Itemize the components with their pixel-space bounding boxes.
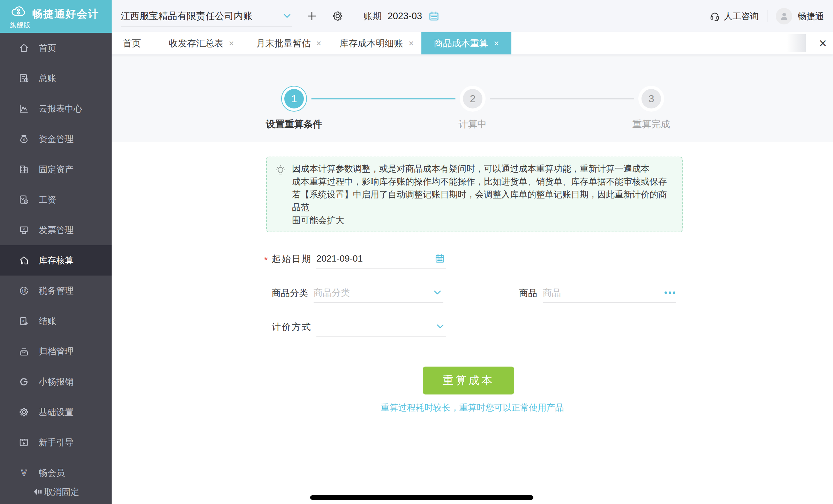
step-number: 2	[463, 89, 482, 108]
start-date-control	[316, 249, 446, 269]
close-all-icon[interactable]: ×	[819, 32, 827, 54]
pricing-method-control	[316, 317, 446, 337]
sidebar-item-label: 首页	[39, 42, 56, 54]
home-indicator	[310, 495, 533, 500]
step-number: 3	[641, 89, 661, 108]
chevron-down-icon[interactable]	[432, 287, 443, 298]
app-title: 畅捷通好会计	[32, 7, 99, 21]
notice-line: 若【系统设置】中启用了自动调整记账日期时，会调整入库单的整单记账日期，因此重新计…	[292, 188, 674, 214]
period-label: 账期	[363, 10, 382, 22]
settings-button[interactable]	[331, 10, 344, 22]
start-date-row: * 起始日期	[264, 249, 446, 269]
close-icon[interactable]: ×	[316, 38, 322, 48]
sidebar-item-guide[interactable]: 新手引导	[0, 427, 112, 458]
sidebar-item-label: 云报表中心	[39, 103, 82, 114]
start-date-input[interactable]	[316, 253, 431, 264]
app-root: 畅捷通好会计 旗舰版 首页 总账 云报表中心 资金管理 固定资产 工资 发票管理…	[0, 0, 833, 504]
sidebar-item-payroll[interactable]: 工资	[0, 185, 112, 215]
tab-label: 首页	[123, 37, 141, 50]
recalc-cost-button[interactable]: 重算成本	[423, 367, 514, 394]
sidebar-item-funds[interactable]: 资金管理	[0, 124, 112, 154]
gear-icon	[18, 406, 30, 418]
close-icon[interactable]: ×	[229, 38, 234, 48]
accounting-period-picker[interactable]: 账期 2023-03	[363, 10, 440, 22]
app-edition-badge: 旗舰版	[10, 21, 31, 30]
collapse-pin-icon	[32, 487, 43, 497]
divider	[767, 10, 767, 22]
sidebar-item-label: 结账	[39, 315, 56, 327]
sidebar-item-fixed-assets[interactable]: 固定资产	[0, 154, 112, 185]
chevron-down-icon	[282, 11, 292, 21]
headset-icon	[709, 10, 720, 22]
product-control	[543, 283, 676, 303]
recalc-note: 重算过程耗时较长，重算时您可以正常使用产品	[112, 402, 833, 413]
tab-bar: 首页 收发存汇总表× 月末批量暂估× 库存成本明细账× 商品成本重算× ×	[112, 32, 833, 54]
calendar-icon[interactable]	[434, 253, 445, 264]
tab-label: 商品成本重算	[434, 37, 488, 50]
sidebar-item-label: 发票管理	[39, 224, 74, 236]
sidebar-item-tax[interactable]: 税务管理	[0, 276, 112, 306]
tab-inventory-cost-detail[interactable]: 库存成本明细账×	[339, 32, 414, 54]
sidebar-item-label: 归档管理	[39, 346, 74, 357]
start-date-label: 起始日期	[272, 253, 311, 265]
step-connector-active	[311, 98, 456, 99]
tab-home[interactable]: 首页	[123, 32, 141, 54]
gear-icon	[331, 10, 344, 22]
company-name: 江西服宝精品有限责任公司内账	[121, 10, 253, 22]
warehouse-icon	[18, 255, 30, 266]
sidebar: 畅捷通好会计 旗舰版 首页 总账 云报表中心 资金管理 固定资产 工资 发票管理…	[0, 0, 112, 504]
closing-icon	[18, 315, 30, 327]
person-icon	[779, 11, 789, 21]
tab-inout-summary[interactable]: 收发存汇总表×	[169, 32, 234, 54]
sidebar-item-archive[interactable]: 归档管理	[0, 336, 112, 367]
sidebar-item-closing[interactable]: 结账	[0, 306, 112, 336]
required-marker: *	[264, 252, 272, 266]
chevron-down-icon[interactable]	[435, 321, 445, 332]
unpin-label: 取消固定	[44, 486, 79, 498]
home-icon	[18, 42, 30, 54]
period-value: 2023-03	[388, 11, 422, 22]
close-icon[interactable]: ×	[494, 38, 499, 48]
money-bag-icon	[18, 133, 30, 145]
tab-label: 库存成本明细账	[339, 37, 403, 50]
sidebar-item-label: 总账	[39, 73, 56, 84]
sidebar-item-label: 税务管理	[39, 285, 74, 296]
sidebar-unpin-button[interactable]: 取消固定	[0, 484, 112, 500]
more-icon[interactable]	[665, 292, 675, 294]
tab-overflow-fade	[787, 34, 806, 52]
product-row: 商品	[519, 283, 676, 303]
tab-product-cost-recalc[interactable]: 商品成本重算×	[421, 32, 512, 54]
sidebar-item-settings[interactable]: 基础设置	[0, 397, 112, 427]
close-icon[interactable]: ×	[408, 38, 414, 48]
add-button[interactable]	[306, 10, 318, 22]
step-circle-3: 3	[638, 86, 664, 112]
support-button[interactable]: 人工咨询	[709, 10, 759, 22]
category-label: 商品分类	[272, 287, 308, 299]
app-logo: 畅捷通好会计 旗舰版	[0, 0, 112, 33]
sidebar-item-inventory-accounting[interactable]: 库存核算	[0, 245, 112, 276]
username: 畅捷通	[798, 10, 824, 22]
sidebar-item-expense[interactable]: 小畅报销	[0, 367, 112, 397]
topbar: 江西服宝精品有限责任公司内账 账期 2023-03 人工咨询 畅捷通	[112, 0, 833, 32]
sidebar-item-label: 资金管理	[39, 133, 74, 145]
support-label: 人工咨询	[724, 10, 759, 22]
tab-month-end-estimate[interactable]: 月末批量暂估×	[256, 32, 322, 54]
sidebar-item-member[interactable]: 畅会员	[0, 458, 112, 488]
sidebar-item-general-ledger[interactable]: 总账	[0, 63, 112, 93]
tab-label: 月末批量暂估	[256, 37, 311, 50]
ledger-icon	[18, 73, 30, 84]
product-input[interactable]	[543, 287, 661, 298]
avatar[interactable]	[776, 8, 792, 24]
sidebar-item-cloud-reports[interactable]: 云报表中心	[0, 93, 112, 124]
brand-cloud-icon	[9, 3, 28, 20]
step-number: 1	[284, 89, 304, 108]
sidebar-item-home[interactable]: 首页	[0, 33, 112, 63]
pricing-method-select-input[interactable]	[316, 321, 431, 332]
category-select-input[interactable]	[314, 287, 428, 298]
step-circle-2: 2	[460, 86, 486, 112]
sidebar-item-label: 基础设置	[39, 406, 74, 418]
guide-icon	[18, 437, 30, 448]
notice-line: 因成本计算参数调整，或是对商品成本有疑问时，可以通过成本重算功能，重新计算一遍成…	[292, 162, 674, 175]
sidebar-item-invoices[interactable]: 发票管理	[0, 215, 112, 245]
company-selector[interactable]: 江西服宝精品有限责任公司内账	[121, 0, 292, 32]
